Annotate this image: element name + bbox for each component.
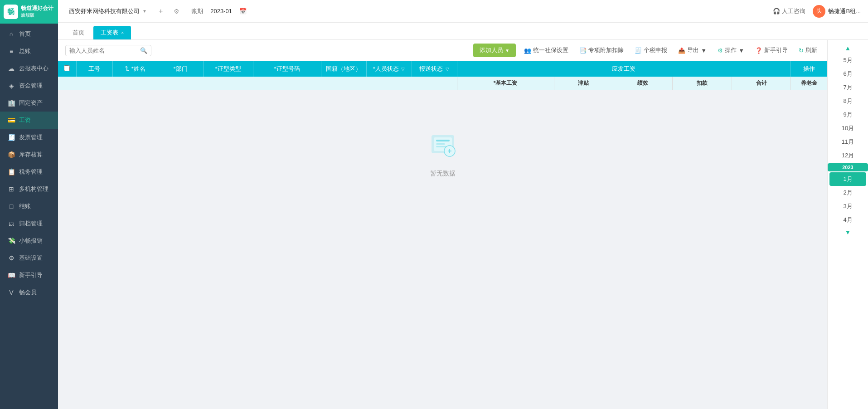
empty-text: 暂无数据 <box>430 170 456 178</box>
asset-icon: 🏢 <box>7 99 15 107</box>
date-panel-up-btn[interactable]: ▲ <box>828 43 868 54</box>
calendar-icon[interactable]: 📅 <box>239 8 247 15</box>
sidebar-label-invoice: 发票管理 <box>19 133 43 141</box>
col-salary-group-header: 应发工资 <box>457 61 791 77</box>
cloud-icon: ☁ <box>7 65 15 72</box>
date-month-12[interactable]: 12月 <box>828 149 868 162</box>
sidebar-label-cloud: 云报表中心 <box>19 64 48 73</box>
dropdown-arrow-icon: ▼ <box>505 48 509 53</box>
operations-arrow-icon: ▼ <box>738 47 744 54</box>
sidebar-item-archive[interactable]: 🗂 归档管理 <box>0 215 58 232</box>
member-icon: V <box>7 289 15 296</box>
sidebar-nav: ⌂ 首页 ≡ 总账 ☁ 云报表中心 ◈ 资金管理 🏢 固定资产 💳 工资 🧾 发… <box>0 24 58 409</box>
col-social-header: 养老金 <box>791 77 827 90</box>
sidebar-label-tax: 税务管理 <box>19 168 43 176</box>
header-right: 🎧 人工咨询 头 畅捷通B组... <box>773 5 861 18</box>
sidebar-label-archive: 归档管理 <box>19 219 43 228</box>
col-status-header: *人员状态 ▽ <box>366 61 412 77</box>
chevron-down-icon: ▼ <box>142 9 147 14</box>
personal-tax-btn[interactable]: 🧾 个税申报 <box>632 44 670 56</box>
operations-btn[interactable]: ⚙ 操作 ▼ <box>715 44 747 56</box>
date-month-1-active[interactable]: 1月 <box>829 172 866 186</box>
date-month-10[interactable]: 10月 <box>828 122 868 135</box>
refresh-label: 刷新 <box>805 46 817 54</box>
date-month-2[interactable]: 2月 <box>828 186 868 200</box>
col-performance-header: 绩效 <box>613 77 673 90</box>
special-deduct-label: 专项附加扣除 <box>588 46 624 54</box>
settings-icon: ⚙ <box>7 254 15 262</box>
sidebar-item-inventory[interactable]: 📦 库存核算 <box>0 146 58 163</box>
main-area: 西安虾米网络科技有限公司 ▼ + ⚙ 账期 2023-01 📅 🎧 人工咨询 头… <box>58 0 868 409</box>
date-month-4[interactable]: 4月 <box>828 213 868 227</box>
select-all-checkbox[interactable] <box>64 65 70 71</box>
guide-label: 新手引导 <box>764 46 788 54</box>
sidebar-item-close-books[interactable]: □ 结账 <box>0 198 58 215</box>
personal-tax-icon: 🧾 <box>635 47 642 54</box>
inventory-icon: 📦 <box>7 151 15 158</box>
status-filter-icon[interactable]: ▽ <box>401 67 405 72</box>
add-company-btn[interactable]: + <box>156 6 165 16</box>
sidebar-item-home[interactable]: ⌂ 首页 <box>0 25 58 43</box>
col-name-header: ⇅ *姓名 <box>112 61 158 77</box>
home-icon: ⌂ <box>7 30 15 38</box>
tab-bar: 首页 工资表 × <box>58 23 868 40</box>
add-person-button[interactable]: 添加人员 ▼ <box>473 44 516 57</box>
sidebar-label-expense: 小畅报销 <box>19 237 43 245</box>
col-allowance-header: 津贴 <box>554 77 613 90</box>
date-month-7[interactable]: 7月 <box>828 81 868 94</box>
tab-home[interactable]: 首页 <box>65 26 92 39</box>
payroll-icon: 💳 <box>7 117 15 124</box>
sidebar-item-invoice[interactable]: 🧾 发票管理 <box>0 129 58 146</box>
sidebar-label-asset: 固定资产 <box>19 99 43 107</box>
export-icon: 📤 <box>678 47 685 54</box>
sidebar-item-fund[interactable]: ◈ 资金管理 <box>0 77 58 94</box>
sidebar-item-member[interactable]: V 畅会员 <box>0 284 58 301</box>
export-arrow-icon: ▼ <box>701 47 707 54</box>
sidebar-item-payroll[interactable]: 💳 工资 <box>0 112 58 129</box>
sidebar: 畅 畅道通好会计 旗舰版 ⌂ 首页 ≡ 总账 ☁ 云报表中心 ◈ 资金管理 🏢 … <box>0 0 58 409</box>
date-month-9[interactable]: 9月 <box>828 108 868 122</box>
guide-btn[interactable]: ❓ 新手引导 <box>752 44 790 56</box>
expense-icon: 💸 <box>7 237 15 244</box>
col-base-header: *基本工资 <box>457 77 554 90</box>
sidebar-item-tax[interactable]: 📋 税务管理 <box>0 163 58 180</box>
sidebar-item-expense[interactable]: 💸 小畅报销 <box>0 232 58 249</box>
search-input[interactable] <box>69 47 137 54</box>
date-month-6[interactable]: 6月 <box>828 67 868 81</box>
sidebar-item-fixed-asset[interactable]: 🏢 固定资产 <box>0 94 58 112</box>
human-service-label: 人工咨询 <box>782 7 805 15</box>
date-month-11[interactable]: 11月 <box>828 135 868 149</box>
col-id-type-header: *证型类型 <box>203 61 253 77</box>
sidebar-label-close: 结账 <box>19 202 31 210</box>
date-month-3[interactable]: 3月 <box>828 200 868 213</box>
sidebar-item-ledger[interactable]: ≡ 总账 <box>0 43 58 60</box>
col-total-header: 合计 <box>732 77 791 90</box>
sidebar-item-multi-org[interactable]: ⊞ 多机构管理 <box>0 180 58 198</box>
tab-close-icon[interactable]: × <box>121 30 124 35</box>
invoice-icon: 🧾 <box>7 134 15 141</box>
sidebar-item-guide[interactable]: 📖 新手引导 <box>0 267 58 284</box>
refresh-btn[interactable]: ↻ 刷新 <box>796 44 820 56</box>
sidebar-item-settings[interactable]: ⚙ 基础设置 <box>0 249 58 267</box>
date-panel-down-btn[interactable]: ▼ <box>828 227 868 238</box>
sidebar-label-settings: 基础设置 <box>19 254 43 262</box>
date-month-5[interactable]: 5月 <box>828 54 868 67</box>
report-filter-icon[interactable]: ▽ <box>446 67 449 72</box>
company-selector[interactable]: 西安虾米网络科技有限公司 ▼ <box>65 5 150 17</box>
human-service-btn[interactable]: 🎧 人工咨询 <box>773 7 805 15</box>
empty-illustration <box>425 126 461 162</box>
table-wrapper: 工号 ⇅ *姓名 *部门 *证型类型 *证型号码 国籍（地区） *人员状态 ▽ <box>58 61 827 409</box>
special-deduct-btn[interactable]: 📑 专项附加扣除 <box>577 44 626 56</box>
date-month-8[interactable]: 8月 <box>828 94 868 108</box>
sidebar-item-cloud-report[interactable]: ☁ 云报表中心 <box>0 60 58 77</box>
logo-icon: 畅 <box>4 5 18 19</box>
date-year-label: 2023 <box>828 163 868 171</box>
tab-payroll-table[interactable]: 工资表 × <box>93 26 131 39</box>
user-info[interactable]: 头 畅捷通B组... <box>813 5 861 18</box>
header-settings-icon[interactable]: ⚙ <box>171 7 182 16</box>
user-name: 畅捷通B组... <box>828 7 861 15</box>
export-label: 导出 <box>687 46 699 54</box>
ledger-icon: ≡ <box>7 48 15 55</box>
export-btn[interactable]: 📤 导出 ▼ <box>675 44 709 56</box>
social-security-btn[interactable]: 👥 统一社保设置 <box>521 44 571 56</box>
